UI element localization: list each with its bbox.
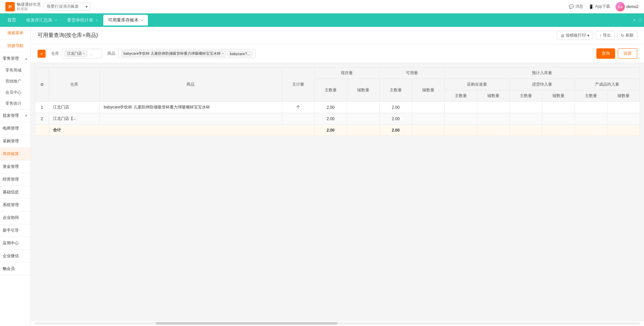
total-production-aux [607, 125, 640, 136]
th-production-pending: 产成品待入量 [575, 79, 640, 90]
cell-purchased-main [444, 102, 477, 113]
total-current-main: 2.00 [314, 125, 347, 136]
sidebar-group-ecom-title[interactable]: 电商管理 [0, 122, 31, 135]
export-button[interactable]: ↑ 导出 [596, 31, 614, 40]
warehouse-input[interactable]: 江北门店 × ... [62, 49, 102, 58]
sidebar-group-newbie: 新手引导 [0, 224, 31, 237]
sidebar-group-wechat-title[interactable]: 企业微信 [0, 250, 31, 262]
product-input[interactable]: babycare学饮杯 儿童防摔防撞吸管杯重力球吸嘴杯宝宝水杯 × babyca… [118, 49, 256, 58]
tab-close-receipts[interactable]: × [55, 18, 57, 22]
query-button[interactable]: 查询 [596, 48, 615, 59]
sidebar: 搜索菜单 快捷导航 零售管理 ▲ 零售商城 营销推广 会员中心 零售统计 [0, 27, 31, 326]
cell-incoming-aux [542, 102, 575, 113]
cell-warehouse: 江北门店 [49, 102, 100, 113]
sidebar-group-inventory-title[interactable]: 库存核算 [0, 148, 31, 160]
sidebar-item-online-retail[interactable]: 零售商城 [0, 65, 31, 76]
sidebar-search[interactable]: 搜索菜单 [0, 27, 31, 40]
sidebar-group-member-title[interactable]: 畅会员 [0, 263, 31, 275]
tab-close-requisition[interactable]: × [96, 18, 98, 22]
th-available-main: 主数量 [379, 79, 412, 102]
total-purchased-main [444, 125, 477, 136]
product-tag-2: babycare?... [227, 51, 253, 56]
sidebar-group-system: 系统管理 [0, 199, 31, 212]
user-profile[interactable]: Ea demo2 [615, 2, 639, 11]
tab-requisition[interactable]: 要货单统计表 × [62, 15, 103, 26]
cell-current-aux-2 [347, 113, 379, 125]
logo-area: 好 畅捷通好生意 标准版 [5, 2, 41, 11]
message-button[interactable]: 💬 消息 [569, 4, 583, 9]
th-purchased-aux: 辅数量 [477, 90, 509, 102]
tab-close-available-stock[interactable]: × [141, 18, 143, 22]
refresh-button[interactable]: ↻ 刷新 [617, 31, 637, 40]
product-tag-1-close[interactable]: × [222, 52, 224, 55]
horizontal-scrollbar[interactable] [35, 322, 640, 325]
tab-home[interactable]: 首页 [3, 15, 21, 26]
total-available-main: 2.00 [379, 125, 412, 136]
template-selector[interactable]: 母婴行业演示账套 ▾ [44, 3, 91, 10]
sidebar-group-retail-title[interactable]: 零售管理 ▲ [0, 52, 31, 65]
sidebar-group-operations-title[interactable]: 经营管理 [0, 173, 31, 186]
table-footer [31, 320, 644, 326]
print-button[interactable]: 🖨 按模板打印 ▾ [557, 31, 593, 40]
total-incoming-main [509, 125, 542, 136]
tab-receipts[interactable]: 收发存汇总表 × [21, 15, 62, 26]
cell-current-main-2: 2.00 [314, 113, 347, 125]
sidebar-group-purchase-title[interactable]: 采购管理 [0, 135, 31, 147]
sidebar-group-apps-title[interactable]: 应用中心 [0, 237, 31, 249]
cell-production-main [575, 102, 607, 113]
sidebar-group-wholesale-title[interactable]: 批发管理 ▼ [0, 109, 31, 122]
sidebar-group-newbie-title[interactable]: 新手引导 [0, 224, 31, 237]
sidebar-group-finance-title[interactable]: 资金管理 [0, 160, 31, 173]
sidebar-quick-nav[interactable]: 快捷导航 [0, 40, 31, 52]
sidebar-group-basic-title[interactable]: 基础信息 [0, 186, 31, 198]
table-row-group: 2 江北门店【... 2.00 2.00 [35, 113, 640, 125]
cell-purchased-aux-2 [477, 113, 509, 125]
cell-production-aux [607, 102, 640, 113]
cell-unit-2 [282, 113, 314, 125]
page-actions: 🖨 按模板打印 ▾ ↑ 导出 ↻ 刷新 [557, 31, 637, 40]
cell-incoming-main [509, 102, 542, 113]
sidebar-group-ecom: 电商管理 [0, 122, 31, 135]
content-area: 可用量查询(按仓库+商品) 🖨 按模板打印 ▾ ↑ 导出 ↻ 刷新 [31, 27, 644, 326]
filter-toggle-button[interactable]: » [38, 50, 46, 58]
top-bar-right: 💬 消息 📱 App下载 Ea demo2 [569, 2, 639, 11]
cell-product-2 [100, 113, 282, 125]
setting-button[interactable]: 设置 [618, 48, 637, 59]
th-settings: ⚙ [35, 67, 49, 102]
top-bar: 好 畅捷通好生意 标准版 母婴行业演示账套 ▾ 💬 消息 📱 App下载 Ea … [0, 0, 644, 13]
maximize-button[interactable]: □ [639, 17, 641, 23]
sidebar-group-wechat: 企业微信 [0, 250, 31, 263]
tab-available-stock[interactable]: 可用量库存账本 × [103, 15, 148, 26]
warehouse-more-options[interactable]: ... [89, 51, 95, 56]
sidebar-item-marketing[interactable]: 营销推广 [0, 76, 31, 87]
th-production-aux: 辅数量 [607, 90, 640, 102]
th-current-main: 主数量 [314, 79, 347, 102]
sidebar-group-apps: 应用中心 [0, 237, 31, 250]
app-download-button[interactable]: 📱 App下载 [589, 4, 610, 9]
download-icon: 📱 [589, 4, 594, 9]
column-settings-icon[interactable]: ⚙ [39, 82, 45, 87]
total-incoming-aux [542, 125, 575, 136]
sidebar-group-collab-title[interactable]: 企业协同 [0, 212, 31, 224]
nav-tabs: 首页 收发存汇总表 × 要货单统计表 × 可用量库存账本 × × □ [0, 13, 644, 27]
total-label: 合计 [49, 125, 315, 136]
logo-icon: 好 [5, 2, 15, 11]
close-window-button[interactable]: × [633, 17, 636, 23]
cell-purchased-main-2 [444, 113, 477, 125]
product-tag-1: babycare学饮杯 儿童防摔防撞吸管杯重力球吸嘴杯宝宝水杯 × [121, 50, 226, 57]
sidebar-group-collab: 企业协同 [0, 212, 31, 224]
sidebar-item-retail-stats[interactable]: 零售统计 [0, 98, 31, 109]
cell-unit: 个 [282, 102, 314, 113]
scrollbar-thumb[interactable] [156, 322, 337, 325]
filter-warehouse-field: 仓库 江北门店 × ... [51, 49, 102, 58]
sidebar-group-wholesale: 批发管理 ▼ [0, 109, 31, 122]
th-warehouse: 仓库 [49, 67, 100, 102]
window-controls: × □ [633, 17, 641, 23]
th-available: 可用量 [379, 67, 444, 79]
total-empty-1 [35, 125, 49, 136]
filter-area: » 仓库 江北门店 × ... 商品 babycare学饮杯 儿童防摔防撞吸管杯… [31, 44, 644, 63]
sidebar-group-system-title[interactable]: 系统管理 [0, 199, 31, 211]
th-purchased-transit: 采购在途量 [444, 79, 509, 90]
sidebar-item-members[interactable]: 会员中心 [0, 87, 31, 98]
warehouse-tag-close[interactable]: × [83, 52, 85, 55]
